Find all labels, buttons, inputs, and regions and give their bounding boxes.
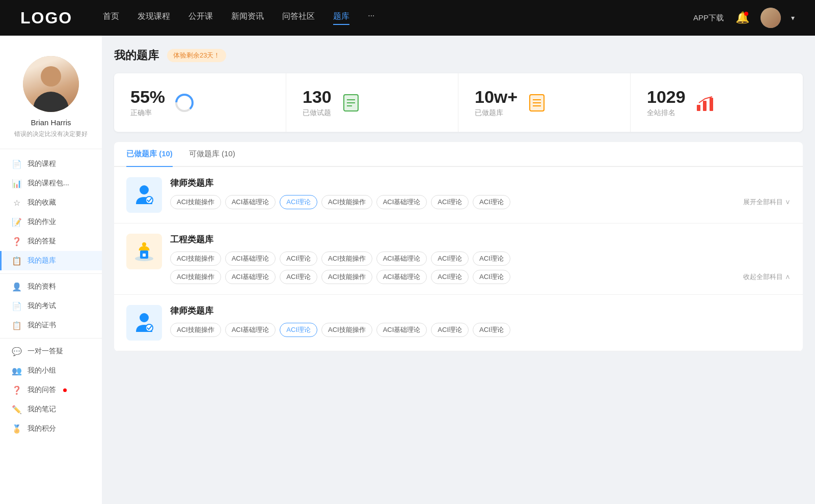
tab-done-banks[interactable]: 已做题库 (10) [126,142,173,167]
nav-qbank[interactable]: 题库 [333,11,349,25]
tag-lawyer2-6[interactable]: ACI理论 [473,323,510,337]
nav-public-course[interactable]: 公开课 [188,11,213,25]
sidebar-item-label: 我的证书 [28,321,56,330]
tag-lawyer2-0[interactable]: ACI技能操作 [170,323,221,337]
stat-banks-value: 10w+ [475,88,518,106]
avatar-image [760,8,781,28]
top-navigation: LOGO 首页 发现课程 公开课 新闻资讯 问答社区 题库 ··· APP下载 … [0,0,815,36]
favorites-icon: ☆ [12,198,21,207]
tag-eng1-r1-3[interactable]: ACI技能操作 [321,251,372,266]
course-packs-icon: 📊 [12,179,21,188]
tag-lawyer1-2[interactable]: ACI理论 [280,195,317,209]
notes-icon: ✏️ [12,405,21,414]
sidebar-item-favorites[interactable]: ☆ 我的收藏 [0,193,102,212]
tag-lawyer1-0[interactable]: ACI技能操作 [170,195,221,209]
svg-point-22 [142,242,146,246]
lawyer2-icon-svg [132,311,156,335]
tag-eng1-r2-2[interactable]: ACI理论 [280,270,317,284]
tag-lawyer1-6[interactable]: ACI理论 [473,195,510,209]
tag-eng1-r1-2[interactable]: ACI理论 [280,251,317,266]
sidebar-item-homework[interactable]: 📝 我的作业 [0,212,102,232]
tag-eng1-r1-5[interactable]: ACI理论 [431,251,469,266]
tag-eng1-r2-1[interactable]: ACI基础理论 [225,270,276,284]
user-avatar[interactable] [760,8,781,28]
lawyer1-expand[interactable]: 展开全部科目 ∨ [743,198,791,207]
stat-questions-value: 130 [303,88,332,106]
nav-news[interactable]: 新闻资讯 [231,11,264,25]
cert-icon: 📋 [12,321,21,330]
nav-discover[interactable]: 发现课程 [138,11,170,25]
tag-eng1-r1-6[interactable]: ACI理论 [473,251,510,266]
sidebar-item-label: 我的课程包... [28,179,69,188]
stat-ranking-label: 全站排名 [647,108,686,118]
sidebar-item-label: 一对一答疑 [28,347,63,356]
tag-lawyer1-3[interactable]: ACI技能操作 [321,195,372,209]
stat-accuracy: 55% 正确率 [114,73,286,132]
sidebar-item-label: 我的积分 [28,424,56,433]
tag-eng1-r2-4[interactable]: ACI基础理论 [376,270,427,284]
questions-icon: ❓ [12,385,21,395]
tag-lawyer2-1[interactable]: ACI基础理论 [225,323,276,337]
lawyer2-icon [126,305,162,341]
avatar-inner [23,56,79,112]
sidebar-item-1on1[interactable]: 💬 一对一答疑 [0,342,102,361]
nav-more[interactable]: ··· [368,11,374,25]
exams-icon: 📄 [12,301,21,311]
lawyer-icon [132,183,156,207]
qbank-list: 律师类题库 ACI技能操作 ACI基础理论 ACI理论 ACI技能操作 ACI基… [114,167,803,351]
logo: LOGO [20,9,72,27]
one-on-one-icon: 💬 [12,347,21,356]
profile-icon: 👤 [12,282,21,291]
sidebar-item-groups[interactable]: 👥 我的小组 [0,361,102,380]
tag-lawyer1-5[interactable]: ACI理论 [431,195,469,209]
page-layout: Brian Harris 错误的决定比没有决定要好 📄 我的课程 📊 我的课程包… [0,36,815,504]
engineer1-collapse[interactable]: 收起全部科目 ∧ [743,272,791,282]
lawyer2-title: 律师类题库 [170,305,791,317]
notification-bell[interactable]: 🔔 [734,10,750,26]
tag-eng1-r1-0[interactable]: ACI技能操作 [170,251,221,266]
tag-lawyer2-3[interactable]: ACI技能操作 [321,323,372,337]
main-content: 我的题库 体验剩余23天！ 55% 正确率 [102,36,815,504]
sidebar-item-points[interactable]: 🏅 我的积分 [0,419,102,438]
sidebar-divider-2 [0,338,102,339]
tag-lawyer1-4[interactable]: ACI基础理论 [376,195,427,209]
accuracy-icon [173,92,196,114]
sidebar-item-notes[interactable]: ✏️ 我的笔记 [0,400,102,419]
sidebar-item-profile[interactable]: 👤 我的资料 [0,277,102,296]
sidebar-item-qa[interactable]: ❓ 我的答疑 [0,232,102,251]
app-download-link[interactable]: APP下载 [693,13,724,23]
nav-home[interactable]: 首页 [103,11,119,25]
user-menu-chevron[interactable]: ▾ [791,14,795,22]
sidebar: Brian Harris 错误的决定比没有决定要好 📄 我的课程 📊 我的课程包… [0,36,102,504]
tag-lawyer1-1[interactable]: ACI基础理论 [225,195,276,209]
tabs-bar: 已做题库 (10) 可做题库 (10) [114,142,803,167]
tag-lawyer2-4[interactable]: ACI基础理论 [376,323,427,337]
nav-qa[interactable]: 问答社区 [282,11,315,25]
qa-icon: ❓ [12,237,21,246]
sidebar-item-qbank[interactable]: 📋 我的题库 [0,251,102,270]
stat-banks-done: 10w+ 已做题库 [458,73,631,132]
tab-available-banks[interactable]: 可做题库 (10) [189,142,235,167]
tabs-section: 已做题库 (10) 可做题库 (10) [114,142,803,351]
engineer-icon [132,239,156,264]
sidebar-item-questions[interactable]: ❓ 我的问答 [0,380,102,400]
engineer1-title: 工程类题库 [170,234,791,245]
svg-rect-14 [710,98,713,111]
tag-eng1-r2-6[interactable]: ACI理论 [473,270,510,284]
sidebar-item-label: 我的考试 [28,301,56,311]
lawyer1-icon [126,177,162,213]
tag-lawyer2-2[interactable]: ACI理论 [280,323,317,337]
tag-lawyer2-5[interactable]: ACI理论 [431,323,469,337]
tag-eng1-r2-0[interactable]: ACI技能操作 [170,270,221,284]
sidebar-item-label: 我的作业 [28,217,56,227]
sidebar-item-course-packs[interactable]: 📊 我的课程包... [0,174,102,193]
tag-eng1-r1-1[interactable]: ACI基础理论 [225,251,276,266]
tag-eng1-r2-5[interactable]: ACI理论 [431,270,469,284]
sidebar-item-exams[interactable]: 📄 我的考试 [0,296,102,316]
tag-eng1-r1-4[interactable]: ACI基础理论 [376,251,427,266]
qbank-icon: 📋 [12,256,21,265]
sidebar-item-my-courses[interactable]: 📄 我的课程 [0,154,102,174]
sidebar-item-certificates[interactable]: 📋 我的证书 [0,316,102,335]
sidebar-avatar [23,56,79,112]
tag-eng1-r2-3[interactable]: ACI技能操作 [321,270,372,284]
